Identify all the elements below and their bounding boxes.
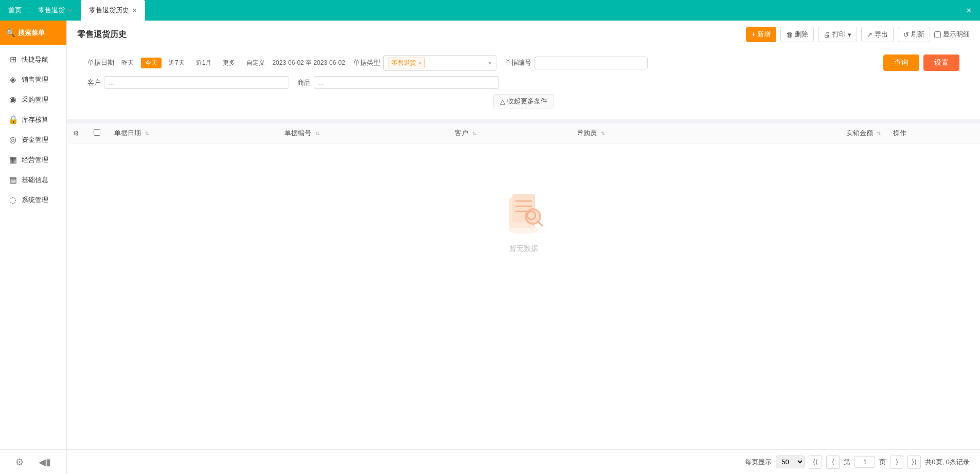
refresh-icon: ↺ [903,31,909,39]
filter-voucher-type: 单据类型 零售退货 × ▾ [353,55,496,71]
date-btn-7days[interactable]: 近7天 [165,58,189,68]
voucher-type-select[interactable]: 零售退货 × ▾ [383,55,496,71]
date-btn-1month[interactable]: 近1月 [192,58,216,68]
page-input[interactable] [854,456,875,468]
col-number[interactable]: 单据编号 ⇅ [278,123,449,143]
last-page-button[interactable]: ⟩⟩ [907,455,921,469]
page-title-row: 零售退货历史 + 新增 🗑 删除 🖨 打印 ▾ ↗ [77,27,970,42]
sidebar-item-operations-mgmt[interactable]: ▦ 经营管理 [0,150,66,170]
settings-button[interactable]: 设置 [923,54,959,71]
prev-page-button[interactable]: ⟨ [826,455,840,469]
page-word: 第 [844,458,850,467]
filter-area: 单据日期 昨天 今天 近7天 近1月 更多 自定义 2023-06-02 至 2… [77,48,970,119]
refresh-button[interactable]: ↺ 刷新 [898,27,930,42]
sort-date-icon: ⇅ [145,131,149,136]
sidebar-item-label-basic-info: 基础信息 [22,175,48,185]
sidebar-item-sales-mgmt[interactable]: ◈ 销售管理 [0,69,66,89]
delete-button[interactable]: 🗑 删除 [780,27,814,42]
sidebar-item-system-mgmt[interactable]: ◌ 系统管理 [0,190,66,210]
sales-icon: ◈ [8,75,17,84]
export-icon: ↗ [867,31,872,39]
voucher-type-tag: 零售退货 × [388,58,425,68]
sidebar-search[interactable]: 🔍 搜索菜单 [0,21,66,45]
system-icon: ◌ [8,195,17,205]
sort-number-icon: ⇅ [315,131,319,136]
date-btn-yesterday[interactable]: 昨天 [117,58,138,68]
next-page-button[interactable]: ⟩ [890,455,903,469]
date-button-group: 昨天 今天 近7天 近1月 更多 自定义 [117,58,269,68]
sidebar-item-quick-nav[interactable]: ⊞ 快捷导航 [0,49,66,69]
page-size-select[interactable]: 50 20 100 [776,455,805,468]
delete-icon: 🗑 [786,31,793,39]
date-btn-today[interactable]: 今天 [141,58,162,68]
product-select[interactable]: ... [314,76,499,89]
page-unit: 页 [879,458,886,467]
date-btn-more[interactable]: 更多 [219,58,239,68]
filter-row-1: 单据日期 昨天 今天 近7天 近1月 更多 自定义 2023-06-02 至 2… [87,54,959,71]
search-icon: 🔍 [6,29,15,37]
filter-customer: 客户 ... [87,76,289,89]
query-button[interactable]: 查询 [883,54,919,71]
sidebar-item-purchase-mgmt[interactable]: ◉ 采购管理 [0,89,66,110]
svg-line-8 [538,222,542,226]
voucher-no-input[interactable] [534,57,648,69]
col-amount[interactable]: 实销金额 ⇅ [717,123,887,143]
collapse-filter-button[interactable]: △ 收起更多条件 [493,94,554,108]
select-all-checkbox[interactable] [94,129,100,136]
sidebar-item-label-system-mgmt: 系统管理 [22,195,48,205]
window-close-button[interactable]: ✕ [966,7,980,14]
collapse-label: 收起更多条件 [507,97,547,106]
sort-customer-icon: ⇅ [472,131,476,136]
finance-icon: ◎ [8,135,17,144]
col-actions: 操作 [887,123,980,143]
voucher-type-tag-close[interactable]: × [418,60,421,66]
content-area: 零售退货历史 + 新增 🗑 删除 🖨 打印 ▾ ↗ [67,21,980,474]
show-detail-checkbox-label[interactable]: 显示明细 [934,30,970,39]
new-button[interactable]: + 新增 [746,27,776,42]
page-actions: + 新增 🗑 删除 🖨 打印 ▾ ↗ 导出 [746,27,970,42]
print-icon: 🖨 [824,31,830,39]
tab-close-retail-return[interactable]: ✕ [68,7,73,14]
col-settings-icon: ⚙ [73,130,79,137]
tab-retail-return-history[interactable]: 零售退货历史 ✕ [81,0,145,21]
main-layout: 🔍 搜索菜单 ⊞ 快捷导航 ◈ 销售管理 ◉ 采购管理 🔒 库存核算 ◎ 资金 [0,21,980,474]
col-settings[interactable]: ⚙ [67,123,87,143]
purchase-icon: ◉ [8,95,17,104]
sidebar-menu: ⊞ 快捷导航 ◈ 销售管理 ◉ 采购管理 🔒 库存核算 ◎ 资金管理 ▦ 经营管… [0,45,66,449]
page-header: 零售退货历史 + 新增 🗑 删除 🖨 打印 ▾ ↗ [67,21,980,119]
print-button[interactable]: 🖨 打印 ▾ [818,27,857,42]
tab-retail-return[interactable]: 零售退货 ✕ [30,0,81,21]
page-title: 零售退货历史 [77,29,127,40]
empty-state: 暂无数据 [67,143,980,295]
tab-home[interactable]: 首页 [0,0,30,21]
speaker-bottom-icon[interactable]: ◀▮ [39,457,51,468]
inventory-icon: 🔒 [8,115,17,124]
col-date[interactable]: 单据日期 ⇅ [108,123,278,143]
sidebar-item-label-purchase-mgmt: 采购管理 [22,95,48,104]
sidebar-bottom: ⚙ ◀▮ [0,449,66,474]
sidebar-item-inventory[interactable]: 🔒 库存核算 [0,110,66,130]
export-button[interactable]: ↗ 导出 [861,27,894,42]
sidebar-search-label: 搜索菜单 [18,28,45,38]
first-page-button[interactable]: ⟨⟨ [809,455,822,469]
sidebar-item-label-quick-nav: 快捷导航 [22,55,48,64]
col-guide[interactable]: 导购员 ⇅ [571,123,717,143]
voucher-date-label: 单据日期 [87,58,114,67]
col-checkbox[interactable] [87,123,108,143]
sidebar-item-finance-mgmt[interactable]: ◎ 资金管理 [0,130,66,150]
filter-row-2: 客户 ... 商品 ... [87,76,959,89]
sort-guide-icon: ⇅ [601,131,605,136]
date-btn-custom[interactable]: 自定义 [242,58,269,68]
empty-state-icon [498,185,549,236]
collapse-icon: △ [500,98,505,105]
settings-bottom-icon[interactable]: ⚙ [15,457,24,468]
col-customer[interactable]: 客户 ⇅ [449,123,571,143]
table-footer: 每页显示 50 20 100 ⟨⟨ ⟨ 第 页 ⟩ ⟩⟩ 共0页, 0条记录 [67,449,980,474]
sidebar-item-label-inventory: 库存核算 [22,115,48,124]
show-detail-checkbox[interactable] [934,31,941,38]
tab-close-retail-return-history[interactable]: ✕ [132,7,137,14]
voucher-type-label: 单据类型 [353,58,380,67]
sidebar-item-basic-info[interactable]: ▤ 基础信息 [0,170,66,190]
sidebar-item-label-operations-mgmt: 经营管理 [22,155,48,165]
customer-select[interactable]: ... [104,76,289,89]
